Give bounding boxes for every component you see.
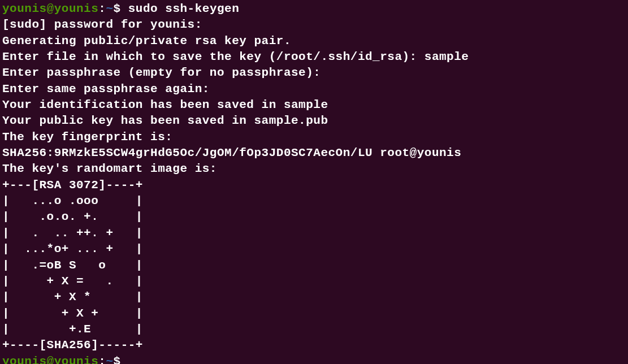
randomart-line: | ...o .ooo | [2, 193, 626, 209]
prompt-user-host: younis@younis [2, 355, 98, 364]
randomart-line: | + X * | [2, 289, 626, 305]
output-line: Your identification has been saved in sa… [2, 97, 626, 113]
prompt-colon: : [98, 355, 106, 364]
output-line: Enter passphrase (empty for no passphras… [2, 65, 626, 81]
output-line: The key fingerprint is: [2, 129, 626, 145]
prompt-colon: : [98, 2, 106, 15]
terminal-prompt-line-2[interactable]: younis@younis:~$ [2, 354, 626, 364]
output-line: Your public key has been saved in sample… [2, 113, 626, 129]
output-line: Enter same passphrase again: [2, 81, 626, 97]
prompt-dollar: $ [114, 2, 128, 15]
prompt-path: ~ [106, 2, 113, 15]
randomart-line: +----[SHA256]-----+ [2, 337, 626, 353]
randomart-line: | .=oB S o | [2, 258, 626, 274]
terminal-prompt-line-1[interactable]: younis@younis:~$ sudo ssh-keygen [2, 1, 626, 17]
output-line: [sudo] password for younis: [2, 17, 626, 33]
prompt-path: ~ [106, 355, 113, 364]
output-line: Generating public/private rsa key pair. [2, 33, 626, 49]
randomart-line: | .o.o. +. | [2, 209, 626, 225]
output-line: The key's randomart image is: [2, 161, 626, 177]
output-line: Enter file in which to save the key (/ro… [2, 49, 626, 65]
command-text: sudo ssh-keygen [128, 2, 240, 15]
output-line: SHA256:9RMzkE5SCW4grHdG5Oc/JgOM/fOp3JD0S… [2, 145, 626, 161]
randomart-line: | +.E | [2, 322, 626, 337]
prompt-user-host: younis@younis [2, 2, 98, 15]
randomart-line: | + X = . | [2, 274, 626, 289]
randomart-line: | . .. ++. + | [2, 226, 626, 241]
randomart-line: | + X + | [2, 306, 626, 322]
prompt-dollar: $ [114, 355, 121, 364]
randomart-line: | ...*o+ ... + | [2, 241, 626, 257]
randomart-line: +---[RSA 3072]----+ [2, 177, 626, 193]
